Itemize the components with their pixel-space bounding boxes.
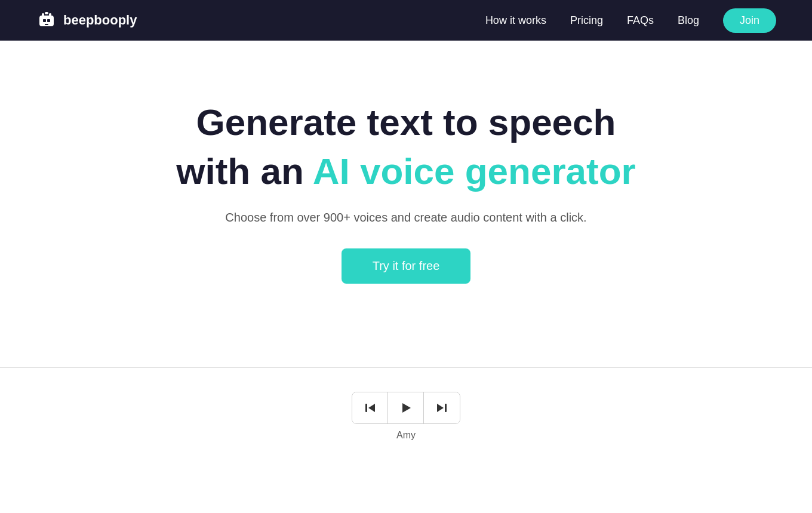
nav-how-it-works[interactable]: How it works <box>485 14 546 27</box>
svg-marker-10 <box>437 404 444 412</box>
nav-pricing[interactable]: Pricing <box>570 14 603 27</box>
hero-subtitle: Choose from over 900+ voices and create … <box>12 211 800 225</box>
svg-marker-9 <box>402 403 411 413</box>
features-illustration <box>48 489 346 513</box>
join-button[interactable]: Join <box>723 8 776 33</box>
logo-link[interactable]: beepbooply <box>36 10 137 31</box>
player-section: Amy <box>0 367 812 453</box>
illustration-svg <box>48 500 346 513</box>
svg-rect-5 <box>49 13 51 16</box>
navbar: beepbooply How it works Pricing FAQs Blo… <box>0 0 812 41</box>
player-play-button[interactable] <box>388 392 424 423</box>
logo-text: beepbooply <box>63 13 137 28</box>
hero-section: Generate text to speech with an AI voice… <box>0 41 812 453</box>
svg-rect-11 <box>445 404 447 412</box>
player-skip-forward-button[interactable] <box>424 392 460 423</box>
play-icon <box>399 401 413 414</box>
hero-title-prefix: with an <box>176 150 312 192</box>
nav-blog[interactable]: Blog <box>678 14 699 27</box>
hero-title-accent: AI voice generator <box>313 150 636 192</box>
voice-label: Amy <box>396 430 416 441</box>
logo-robot-icon <box>36 10 57 31</box>
skip-forward-icon <box>435 401 448 414</box>
hero-title-line2: with an AI voice generator <box>12 149 800 193</box>
svg-rect-8 <box>365 404 367 412</box>
svg-rect-3 <box>45 24 48 25</box>
svg-rect-6 <box>45 12 48 14</box>
hero-cta-button[interactable]: Try it for free <box>342 248 471 284</box>
skip-back-icon <box>364 401 377 414</box>
svg-rect-2 <box>47 19 50 22</box>
svg-rect-4 <box>42 13 44 16</box>
svg-rect-1 <box>43 19 46 22</box>
hero-title-line1: Generate text to speech <box>12 100 800 145</box>
svg-marker-7 <box>368 404 375 412</box>
player-skip-back-button[interactable] <box>352 392 388 423</box>
features-section: Realistic voices Use cutting-edge AI voi… <box>0 453 812 513</box>
nav-links: How it works Pricing FAQs Blog Join <box>485 8 776 33</box>
player-controls <box>352 392 460 424</box>
nav-faqs[interactable]: FAQs <box>627 14 654 27</box>
